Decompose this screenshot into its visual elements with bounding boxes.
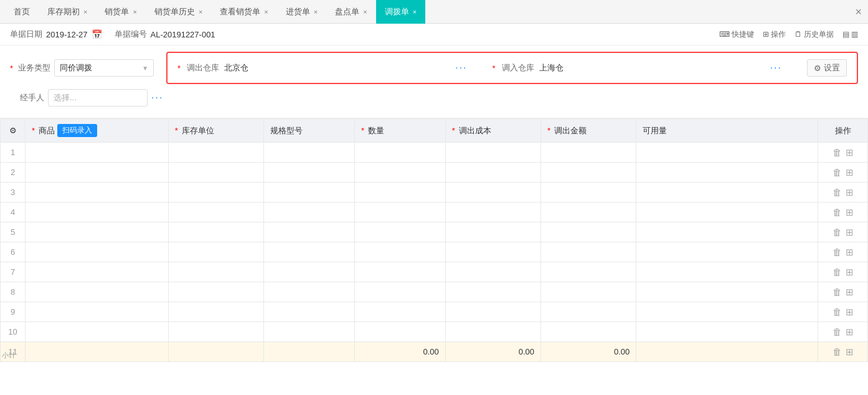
amount-cell[interactable] [541, 202, 636, 222]
spec-cell[interactable] [264, 242, 355, 262]
date-value[interactable]: 2019-12-27 [46, 30, 88, 39]
unit-cell[interactable] [168, 163, 263, 183]
amount-cell[interactable] [541, 262, 636, 282]
qty-cell[interactable] [354, 183, 445, 202]
delete-row-icon[interactable]: 🗑 [833, 287, 842, 297]
copy-row-icon[interactable]: ⊞ [846, 207, 854, 218]
product-cell[interactable] [26, 242, 169, 262]
close-tab-inventory-init[interactable]: × [83, 8, 87, 16]
tab-inventory-init[interactable]: 库存期初 × [39, 0, 96, 24]
copy-row-icon[interactable]: ⊞ [846, 267, 854, 278]
qty-cell[interactable] [354, 222, 445, 242]
copy-icon[interactable]: ⊞ [846, 346, 854, 358]
delete-row-icon[interactable]: 🗑 [833, 167, 842, 178]
warehouse-out-more-icon[interactable]: ··· [455, 62, 467, 74]
cost-cell[interactable] [445, 222, 540, 242]
delete-row-icon[interactable]: 🗑 [833, 207, 842, 217]
unit-cell[interactable] [168, 302, 263, 322]
unit-cell[interactable] [168, 183, 263, 202]
layout-button[interactable]: ▤ ▥ [842, 30, 858, 39]
unit-cell[interactable] [168, 143, 263, 163]
product-cell[interactable] [26, 322, 169, 342]
th-gear[interactable]: ⚙ [1, 119, 26, 143]
product-cell[interactable] [26, 183, 169, 202]
product-cell[interactable] [26, 302, 169, 322]
tab-home[interactable]: 首页 [5, 0, 39, 24]
spec-cell[interactable] [264, 322, 355, 342]
qty-cell[interactable] [354, 143, 445, 163]
calendar-icon[interactable]: 📅 [92, 29, 102, 39]
business-type-select[interactable]: 同价调拨 ▼ [54, 59, 154, 77]
tab-inventory-check[interactable]: 盘点单 × [326, 0, 375, 24]
close-tab-purchase[interactable]: × [314, 8, 318, 16]
cost-cell[interactable] [445, 183, 540, 202]
copy-row-icon[interactable]: ⊞ [846, 187, 854, 198]
unit-cell[interactable] [168, 262, 263, 282]
qty-cell[interactable] [354, 322, 445, 342]
cost-cell[interactable] [445, 143, 540, 163]
product-cell[interactable] [26, 143, 169, 163]
spec-cell[interactable] [264, 143, 355, 163]
cost-cell[interactable] [445, 262, 540, 282]
copy-row-icon[interactable]: ⊞ [846, 167, 854, 178]
close-tab-sales-history[interactable]: × [199, 8, 202, 16]
cost-cell[interactable] [445, 282, 540, 302]
manager-more-icon[interactable]: ··· [151, 92, 163, 103]
qty-cell[interactable] [354, 282, 445, 302]
delete-row-icon[interactable]: 🗑 [833, 307, 842, 317]
spec-cell[interactable] [264, 202, 355, 222]
qty-cell[interactable] [354, 262, 445, 282]
product-cell[interactable] [26, 282, 169, 302]
cost-cell[interactable] [445, 163, 540, 183]
scan-button[interactable]: 扫码录入 [57, 124, 97, 137]
product-cell[interactable] [26, 262, 169, 282]
spec-cell[interactable] [264, 183, 355, 202]
qty-cell[interactable] [354, 163, 445, 183]
history-button[interactable]: 🗒 历史单据 [795, 29, 834, 40]
delete-row-icon[interactable]: 🗑 [833, 267, 842, 277]
qty-cell[interactable] [354, 302, 445, 322]
shortcut-button[interactable]: ⌨ 快捷键 [719, 29, 754, 40]
tab-sales-history[interactable]: 销货单历史 × [146, 0, 211, 24]
product-cell[interactable] [26, 202, 169, 222]
spec-cell[interactable] [264, 302, 355, 322]
delete-icon[interactable]: 🗑 [833, 346, 842, 357]
copy-row-icon[interactable]: ⊞ [846, 227, 854, 238]
tab-transfer[interactable]: 调拨单 × [376, 0, 425, 24]
tab-view-sales[interactable]: 查看销货单 × [211, 0, 276, 24]
spec-cell[interactable] [264, 163, 355, 183]
warehouse-in-value[interactable]: 上海仓 [539, 62, 564, 74]
amount-cell[interactable] [541, 322, 636, 342]
close-tab-inventory-check[interactable]: × [363, 8, 367, 16]
delete-row-icon[interactable]: 🗑 [833, 326, 842, 337]
qty-cell[interactable] [354, 202, 445, 222]
amount-cell[interactable] [541, 163, 636, 183]
amount-cell[interactable] [541, 222, 636, 242]
copy-row-icon[interactable]: ⊞ [846, 247, 854, 258]
unit-cell[interactable] [168, 242, 263, 262]
cost-cell[interactable] [445, 242, 540, 262]
delete-row-icon[interactable]: 🗑 [833, 147, 842, 158]
unit-cell[interactable] [168, 282, 263, 302]
unit-cell[interactable] [168, 202, 263, 222]
cost-cell[interactable] [445, 322, 540, 342]
unit-cell[interactable] [168, 222, 263, 242]
product-cell[interactable] [26, 163, 169, 183]
copy-row-icon[interactable]: ⊞ [846, 307, 854, 318]
cost-cell[interactable] [445, 302, 540, 322]
warehouse-out-value[interactable]: 北京仓 [224, 62, 248, 74]
amount-cell[interactable] [541, 143, 636, 163]
settings-button[interactable]: ⚙ 设置 [807, 59, 847, 77]
window-close-button[interactable]: × [855, 5, 862, 18]
amount-cell[interactable] [541, 242, 636, 262]
operation-button[interactable]: ⊞ 操作 [763, 29, 786, 40]
spec-cell[interactable] [264, 222, 355, 242]
amount-cell[interactable] [541, 183, 636, 202]
amount-cell[interactable] [541, 302, 636, 322]
copy-row-icon[interactable]: ⊞ [846, 147, 854, 158]
manager-select[interactable]: 选择... [48, 89, 148, 107]
amount-cell[interactable] [541, 282, 636, 302]
copy-row-icon[interactable]: ⊞ [846, 326, 854, 338]
spec-cell[interactable] [264, 282, 355, 302]
spec-cell[interactable] [264, 262, 355, 282]
